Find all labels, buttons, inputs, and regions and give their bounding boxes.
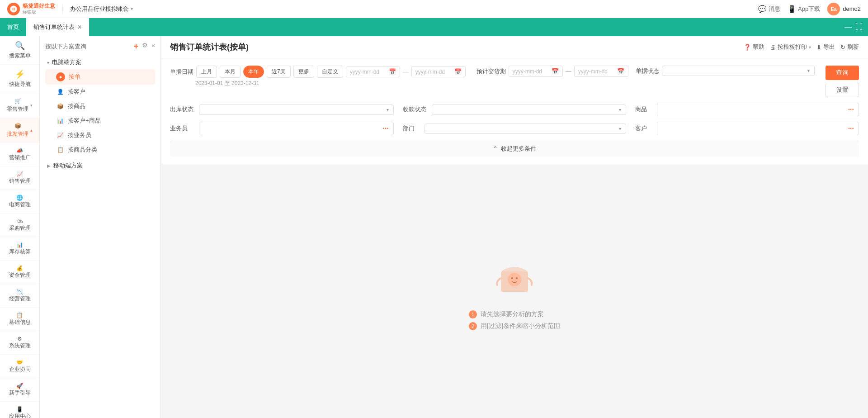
sidebar-label-wholesale: 批发管理 <box>7 130 28 138</box>
minimize-btn[interactable]: — <box>844 23 852 31</box>
sidebar-label-shortcut: 快捷导航 <box>9 81 31 88</box>
scheme-group-pc-header[interactable]: ▾ 电脑端方案 <box>45 56 155 69</box>
sidebar-item-shortcut[interactable]: ⚡ 快捷导航 <box>0 65 39 93</box>
download-icon: 📱 <box>788 5 796 13</box>
query-button[interactable]: 查询 <box>826 66 859 80</box>
sidebar-item-app-center[interactable]: 📱 应用中心 <box>0 402 39 418</box>
sidebar-item-sales-mgmt[interactable]: 📈 销售管理 <box>0 166 39 190</box>
scheme-by-category-label: 按商品分类 <box>68 146 97 154</box>
company-select[interactable]: 办公用品行业模拟账套 ▾ <box>70 5 133 13</box>
sidebar-item-wholesale[interactable]: 📦 批发管理 ▴ <box>0 118 39 143</box>
calendar-icon: 📅 <box>389 68 396 75</box>
step-2-text: 用[过滤]条件来缩小分析范围 <box>481 322 560 330</box>
sidebar-item-operations[interactable]: 📉 经营管理 <box>0 284 39 308</box>
sidebar-item-retail[interactable]: 🛒 零售管理 ▾ <box>0 93 39 118</box>
payment-status-select[interactable]: ▾ <box>432 104 627 115</box>
customer-input[interactable]: ··· <box>657 122 859 135</box>
refresh-btn[interactable]: ↻ 刷新 <box>840 43 859 51</box>
salesperson-more-btn[interactable]: ··· <box>382 124 388 133</box>
main-layout: 🔍 搜索菜单 ⚡ 快捷导航 🛒 零售管理 ▾ 📦 批发管理 ▴ 📣 营销推广 <box>0 36 868 418</box>
sidebar-label-retail: 零售管理 <box>7 105 28 113</box>
wholesale-arrow: ▴ <box>30 128 33 133</box>
department-select[interactable]: ▾ <box>425 124 627 134</box>
scheme-group-mobile-header[interactable]: ▶ 移动端方案 <box>45 159 155 172</box>
svg-point-3 <box>516 277 518 279</box>
right-content: 销售订单统计表(按单) ❓ 帮助 🖨 按模板打印 ▾ ⬇ 导出 <box>161 36 868 418</box>
date-btn-more[interactable]: 更多 <box>293 66 314 78</box>
sidebar-item-marketing[interactable]: 📣 营销推广 <box>0 143 39 166</box>
collapse-filter-btn[interactable]: ⌃ 收起更多条件 <box>170 141 859 157</box>
reset-button[interactable]: 设置 <box>826 83 859 97</box>
date-end-input[interactable]: yyyy-mm-dd 📅 <box>411 66 466 77</box>
scheme-item-by-cust-prod[interactable]: 📊 按客户+商品 <box>45 114 155 128</box>
left-panel-actions: + ⚙ « <box>134 42 155 51</box>
data-area: 1 请先选择要分析的方案 2 用[过滤]条件来缩小分析范围 <box>161 164 868 418</box>
date-btn-this-month[interactable]: 本月 <box>220 66 241 78</box>
scheme-item-by-salesperson[interactable]: 📈 按业务员 <box>45 128 155 142</box>
payment-status-cell: 收款状态 ▾ <box>403 103 627 116</box>
doc-status-select[interactable]: ▾ <box>662 66 815 76</box>
collapse-panel-btn[interactable]: « <box>151 42 155 51</box>
tab-sales-stat[interactable]: 销售订单统计表 ✕ <box>26 18 89 36</box>
tab-home[interactable]: 首页 <box>0 18 26 36</box>
sidebar-item-basic[interactable]: 📋 基础信息 <box>0 308 39 331</box>
category-scheme-icon: 📋 <box>56 146 64 154</box>
page-title: 销售订单统计表(按单) <box>170 42 249 52</box>
date-btn-7days[interactable]: 近7天 <box>267 66 291 78</box>
message-btn[interactable]: 💬 消息 <box>758 5 780 13</box>
purchase-icon: 🛍 <box>17 218 23 224</box>
department-cell: 部门 ▾ <box>403 122 627 135</box>
date-filter-group: 单据日期 上月 本月 本年 近7天 更多 自定义 yyyy-mm-dd 📅 — <box>170 66 466 87</box>
help-btn[interactable]: ❓ 帮助 <box>744 43 764 51</box>
sidebar-label-basic: 基础信息 <box>9 318 31 326</box>
shortcut-icon: ⚡ <box>15 69 25 79</box>
expected-date-start[interactable]: yyyy-mm-dd 📅 <box>509 66 563 77</box>
date-btn-custom[interactable]: 自定义 <box>317 66 343 78</box>
export-btn[interactable]: ⬇ 导出 <box>816 43 835 51</box>
cust-prod-scheme-icon: 📊 <box>56 117 64 125</box>
tab-close-btn[interactable]: ✕ <box>77 24 82 30</box>
sidebar-item-inventory[interactable]: 📊 库存核算 <box>0 237 39 261</box>
sidebar-item-purchase[interactable]: 🛍 采购管理 <box>0 214 39 237</box>
department-label: 部门 <box>403 124 421 133</box>
scheme-item-by-order[interactable]: ● 按单 <box>45 69 155 85</box>
date-btn-last-month[interactable]: 上月 <box>196 66 217 78</box>
sidebar-item-search[interactable]: 🔍 搜索菜单 <box>0 36 39 65</box>
customer-more-btn[interactable]: ··· <box>848 124 854 133</box>
ship-status-select[interactable]: ▾ <box>199 104 394 115</box>
doc-status-group: 单据状态 ▾ <box>636 66 815 76</box>
sidebar-item-guide[interactable]: 🚀 新手引导 <box>0 378 39 402</box>
scheme-item-by-category[interactable]: 📋 按商品分类 <box>45 142 155 157</box>
scheme-item-by-product[interactable]: 📦 按商品 <box>45 99 155 114</box>
add-scheme-btn[interactable]: + <box>134 42 139 51</box>
user-menu[interactable]: Ea demo2 <box>827 3 861 15</box>
date-btn-this-year[interactable]: 本年 <box>243 66 264 78</box>
empty-steps-list: 1 请先选择要分析的方案 2 用[过滤]条件来缩小分析范围 <box>469 310 560 334</box>
date-filter-controls: 单据日期 上月 本月 本年 近7天 更多 自定义 yyyy-mm-dd 📅 — <box>170 66 466 78</box>
maximize-btn[interactable]: ⛶ <box>855 23 863 31</box>
settings-scheme-btn[interactable]: ⚙ <box>142 42 148 51</box>
template-print-btn[interactable]: 🖨 按模板打印 ▾ <box>770 43 811 51</box>
inventory-icon: 📊 <box>16 242 23 248</box>
app-download-btn[interactable]: 📱 App下载 <box>788 5 820 13</box>
scheme-item-by-customer[interactable]: 👤 按客户 <box>45 85 155 99</box>
sidebar-item-system[interactable]: ⚙ 系统管理 <box>0 331 39 355</box>
sidebar-item-ecommerce[interactable]: 🌐 电商管理 <box>0 190 39 214</box>
expected-date-end[interactable]: yyyy-mm-dd 📅 <box>574 66 628 77</box>
sidebar-label-guide: 新手引导 <box>9 389 31 397</box>
goods-more-btn[interactable]: ··· <box>848 105 854 114</box>
exp-start-placeholder: yyyy-mm-dd <box>513 68 542 75</box>
query-button-group: 查询 设置 <box>826 66 859 97</box>
sidebar-item-enterprise[interactable]: 🤝 企业协同 <box>0 355 39 378</box>
customer-cell: 客户 ··· <box>635 122 859 135</box>
goods-label: 商品 <box>635 105 653 114</box>
salesperson-input[interactable]: ··· <box>199 122 394 135</box>
goods-input[interactable]: ··· <box>657 103 859 116</box>
app-download-label: App下载 <box>798 5 820 13</box>
date-start-input[interactable]: yyyy-mm-dd 📅 <box>346 66 400 77</box>
home-tab-label: 首页 <box>7 23 19 31</box>
export-label: 导出 <box>823 43 835 51</box>
app-center-icon: 📱 <box>16 406 23 413</box>
pc-group-label: 电脑端方案 <box>52 58 81 66</box>
sidebar-item-finance[interactable]: 💰 资金管理 <box>0 261 39 284</box>
